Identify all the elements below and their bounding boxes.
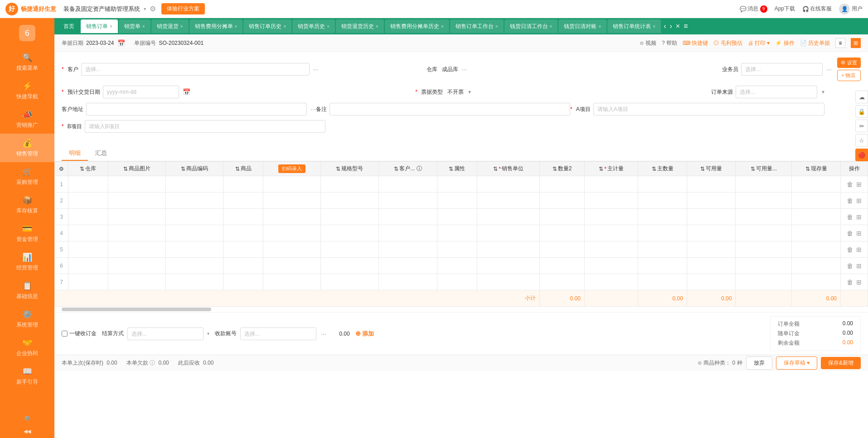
th-image[interactable]: ⇅商品图片 — [108, 162, 165, 176]
rfp-alert-btn[interactable]: 🔴 — [855, 149, 868, 161]
material-button[interactable]: + 物流 — [837, 70, 861, 81]
account-more-btn[interactable]: ··· — [321, 330, 326, 337]
tab-close-icon[interactable]: × — [283, 24, 286, 29]
delete-row-btn[interactable]: 🗑 — [846, 246, 854, 253]
cell-available[interactable] — [687, 176, 735, 193]
cell-main-qty[interactable] — [638, 176, 687, 193]
address-more-btn[interactable]: ··· — [310, 106, 316, 113]
table-scroll-container[interactable]: ⚙ ⇅ 仓库 ⇅商品图片 — [54, 161, 868, 307]
sidebar-item-marketing[interactable]: 📣 营销推广 — [0, 105, 54, 134]
warehouse-more-btn[interactable]: ··· — [462, 66, 467, 73]
delete-row-btn[interactable]: 🗑 — [846, 181, 854, 188]
sidebar-item-guide[interactable]: 📖 新手引导 — [0, 362, 54, 390]
add-btn[interactable]: ⊕ 添加 — [355, 330, 374, 338]
tab-return-history[interactable]: 销货退货历史 × — [336, 19, 384, 33]
rfp-lock-btn[interactable]: 🔒 — [855, 105, 868, 118]
th-code[interactable]: ⇅商品编码 — [165, 162, 223, 176]
payment-method-input[interactable] — [127, 327, 204, 340]
app-download-link[interactable]: App下载 — [775, 5, 795, 13]
shortcut-action[interactable]: ⌨ 快捷键 — [683, 39, 708, 47]
sidebar-item-finance[interactable]: 💳 资金管理 — [0, 219, 54, 248]
cell-product[interactable] — [223, 176, 263, 193]
tab-close-icon[interactable]: × — [235, 24, 238, 29]
sidebar-item-operations[interactable]: 📊 经营管理 — [0, 248, 54, 276]
copy-row-btn[interactable]: ⊞ — [855, 181, 863, 188]
tab-close-icon[interactable]: × — [598, 24, 601, 29]
th-settings[interactable]: ⚙ — [55, 162, 68, 176]
account-input[interactable] — [240, 327, 316, 340]
tab-order-workbench[interactable]: 销售订单工作台 × — [450, 19, 504, 33]
copy-row-btn[interactable]: ⊞ — [855, 262, 863, 270]
draft-dropdown-icon[interactable]: ▾ — [807, 360, 810, 366]
tab-close-icon[interactable]: × — [441, 24, 444, 29]
delete-row-btn[interactable]: 🗑 — [846, 262, 854, 270]
grid-view-btn[interactable]: ⊞ — [851, 38, 861, 48]
quick-pay-checkbox-label[interactable]: 一键收订金 — [62, 330, 97, 337]
tab-close-icon[interactable]: × — [550, 24, 553, 29]
customer-input[interactable] — [81, 63, 310, 76]
sidebar-item-system[interactable]: ⚙️ 系统管理 — [0, 305, 54, 333]
cell-current-qty[interactable] — [792, 176, 841, 193]
order-source-input[interactable] — [736, 86, 817, 98]
copy-row-btn[interactable]: ⊞ — [855, 213, 863, 221]
copy-row-btn[interactable]: ⊞ — [855, 230, 863, 237]
discard-button[interactable]: 放弃 — [746, 356, 772, 370]
copy-row-btn[interactable]: ⊞ — [855, 197, 863, 204]
tab-close-icon[interactable]: × — [653, 24, 655, 29]
tab-sales-return[interactable]: 销货退货 × — [151, 19, 189, 33]
tab-close-icon[interactable]: × — [180, 24, 183, 29]
print-action[interactable]: 🖨 打印 ▾ — [748, 39, 770, 47]
user-avatar[interactable]: 👤 用户 — [839, 4, 863, 14]
copy-row-btn[interactable]: ⊞ — [855, 246, 863, 253]
cell-image[interactable] — [108, 176, 165, 193]
th-product[interactable]: ⇅商品 — [223, 162, 263, 176]
delete-row-btn[interactable]: 🗑 — [846, 197, 854, 204]
tab-sales-invoice[interactable]: 销货单 × — [119, 19, 150, 33]
sidebar-item-inventory[interactable]: 📦 库存核算 — [0, 191, 54, 219]
cell-customer-code[interactable] — [378, 176, 437, 193]
current-debit-help-icon[interactable]: ⓘ — [150, 360, 155, 366]
cell-available2[interactable] — [736, 176, 792, 193]
cell-qty2[interactable] — [540, 176, 585, 193]
tab-close-icon[interactable]: × — [495, 24, 498, 29]
online-support-link[interactable]: 🎧 在线客服 — [802, 5, 832, 13]
salesperson-more-btn[interactable]: ··· — [826, 66, 832, 73]
sidebar-item-enterprise[interactable]: 🤝 企业协同 — [0, 333, 54, 362]
calendar-icon[interactable]: 📅 — [117, 39, 125, 47]
tab-close-icon[interactable]: × — [110, 24, 112, 29]
th-spec[interactable]: ⇅规格型号 — [321, 162, 378, 176]
operate-action[interactable]: ⚡ 操作 — [775, 39, 794, 47]
tab-close-all-btn[interactable]: × — [674, 22, 682, 30]
cell-unit[interactable] — [477, 176, 539, 193]
sidebar-item-basic[interactable]: 📋 基础信息 — [0, 276, 54, 305]
delete-row-btn[interactable]: 🗑 — [846, 279, 854, 286]
quick-pay-checkbox[interactable] — [62, 331, 68, 337]
system-dropdown-arrow[interactable]: ▾ — [144, 6, 146, 11]
delete-row-btn[interactable]: 🗑 — [846, 230, 854, 237]
tab-menu-btn[interactable]: ≡ — [682, 22, 689, 30]
invoice-dropdown-icon[interactable]: ▾ — [468, 89, 471, 95]
tab-close-icon[interactable]: × — [376, 24, 378, 29]
profit-action[interactable]: ◎ 毛利预估 — [713, 39, 742, 47]
tab-cash-workbench[interactable]: 钱货日清工作台 × — [504, 19, 558, 33]
th-main-qty[interactable]: ⇅主数量 — [638, 162, 687, 176]
save-new-button[interactable]: 保存&新增 — [821, 357, 861, 369]
remark-input[interactable] — [330, 103, 570, 116]
settings-button[interactable]: ⚙ 设置 — [837, 58, 861, 68]
scroll-bar[interactable] — [62, 308, 211, 311]
tab-home[interactable]: 首页 — [58, 19, 80, 33]
th-current-qty[interactable]: ⇅现存量 — [792, 162, 841, 176]
tab-close-icon[interactable]: × — [142, 24, 145, 29]
b-project-input[interactable] — [85, 120, 325, 133]
cell-warehouse[interactable] — [68, 176, 108, 193]
th-unit[interactable]: ⇅*销售单位 — [477, 162, 539, 176]
th-warehouse[interactable]: ⇅ 仓库 — [68, 162, 108, 176]
industry-plan-button[interactable]: 体验行业方案 — [161, 3, 205, 14]
tab-stats[interactable]: 销售订单统计表 × — [607, 19, 661, 33]
tab-cash-reconcile[interactable]: 钱货日清对账 × — [558, 19, 606, 33]
customer-more-btn[interactable]: ··· — [313, 66, 319, 73]
tab-order-history[interactable]: 销售订单历史 × — [243, 19, 291, 33]
tab-sales-order[interactable]: 销售订单 × — [81, 19, 118, 33]
th-attr[interactable]: ⇅属性 — [437, 162, 477, 176]
help-action[interactable]: ? 帮助 — [662, 39, 677, 47]
